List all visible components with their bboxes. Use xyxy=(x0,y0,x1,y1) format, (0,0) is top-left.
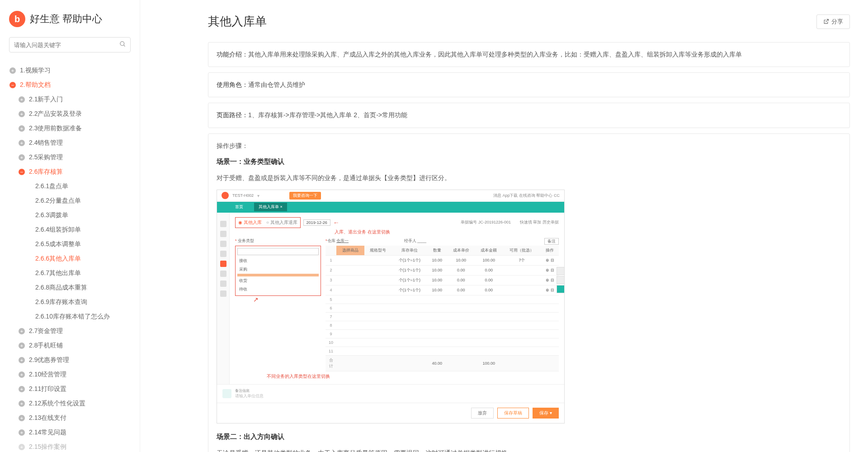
plus-icon: + xyxy=(9,67,16,74)
nav-2-7[interactable]: +2.7资金管理 xyxy=(9,324,131,338)
plus-icon: + xyxy=(18,429,25,436)
steps-title: 操作步骤： xyxy=(217,142,841,150)
path-label: 页面路径： xyxy=(217,111,248,119)
mock-annotation-1: 入库、退出业务 在这里切换 xyxy=(335,229,559,235)
plus-icon: + xyxy=(18,357,25,364)
mock-discard-btn: 放弃 xyxy=(471,408,494,419)
search-input[interactable] xyxy=(9,37,131,52)
mock-env-label: TEST-H002 xyxy=(232,193,254,198)
role-text: 通常由仓管人员维护 xyxy=(248,81,305,88)
scene1-text: 对于受赠、盘盈或是拆装入库等不同的业务，是通过单据头【业务类型】进行区分。 xyxy=(217,171,841,184)
steps-box: 操作步骤： 场景一：业务类型确认 对于受赠、盘盈或是拆装入库等不同的业务，是通过… xyxy=(208,133,850,452)
nav-2-6-7[interactable]: 2.6.7其他出库单 xyxy=(9,266,131,281)
nav-2-5[interactable]: +2.5采购管理 xyxy=(9,150,131,165)
mock-draft-btn: 保存草稿 xyxy=(497,408,529,419)
mock-remark-icon xyxy=(222,389,231,398)
nav-2-6-1[interactable]: 2.6.1盘点单 xyxy=(9,179,131,194)
nav-2-14[interactable]: +2.14常见问题 xyxy=(9,425,131,440)
nav-2-1[interactable]: +2.1新手入门 xyxy=(9,92,131,107)
search-icon[interactable] xyxy=(119,41,126,49)
nav-2-6-5[interactable]: 2.6.5成本调整单 xyxy=(9,237,131,252)
nav-2-8[interactable]: +2.8手机旺铺 xyxy=(9,338,131,353)
mock-active-module-icon xyxy=(220,261,226,267)
nav-2-6-6[interactable]: 2.6.6其他入库单 xyxy=(9,252,131,266)
mock-date-field: 2019-12-26 xyxy=(303,219,330,226)
nav-video-learning[interactable]: +1.视频学习 xyxy=(9,63,131,78)
plus-icon: + xyxy=(18,96,25,103)
search-wrap xyxy=(9,37,131,52)
path-text: 1、库存核算->库存管理->其他入库单 2、首页->常用功能 xyxy=(248,111,407,119)
plus-icon: + xyxy=(18,400,25,407)
role-box: 使用角色：通常由仓管人员维护 xyxy=(208,72,850,97)
scene2-text1: 无论是受赠，还是其他类型的业务，由于入库商品质量等原因，需要退回，这时可通过单据… xyxy=(217,447,841,452)
nav-2-6-3[interactable]: 2.6.3调拨单 xyxy=(9,208,131,223)
logo-icon: b xyxy=(9,11,25,27)
embedded-screenshot: TEST-H002 ▾ 我要咨询一下 消息 App下载 在线咨询 帮助中心 CC… xyxy=(217,190,565,423)
plus-icon: + xyxy=(18,385,25,393)
logo-row: b 好生意 帮助中心 xyxy=(9,11,131,27)
mock-grid: 选择商品 规格型号 库存单位 数量 成本单价 成本金额 可用（批选） 操作 xyxy=(326,246,559,371)
mock-tab-home: 首页 xyxy=(231,203,248,211)
nav-2-12[interactable]: +2.12系统个性化设置 xyxy=(9,396,131,411)
mock-biz-type-dropdown: 接收 采购 收货 待收 xyxy=(235,246,321,296)
plus-icon: + xyxy=(18,443,25,451)
scene2-title: 场景二：出入方向确认 xyxy=(217,433,841,441)
nav-2-2[interactable]: +2.2产品安装及登录 xyxy=(9,107,131,121)
main-content: 其他入库单 分享 功能介绍：其他入库单用来处理除采购入库、产成品入库之外的其他入… xyxy=(140,0,868,452)
nav-2-15[interactable]: +2.15操作案例 xyxy=(9,440,131,452)
intro-label: 功能介绍： xyxy=(217,51,248,58)
nav-tree: +1.视频学习 −2.帮助文档 +2.1新手入门 +2.2产品安装及登录 +2.… xyxy=(9,63,131,452)
nav-2-6-9[interactable]: 2.6.9库存账本查询 xyxy=(9,295,131,309)
plus-icon: + xyxy=(18,342,25,349)
nav-2-13[interactable]: +2.13在线支付 xyxy=(9,411,131,425)
mock-side-icons xyxy=(217,213,230,384)
scene1-title: 场景一：业务类型确认 xyxy=(217,157,841,166)
mock-right-tabs xyxy=(557,267,565,294)
logo-text: 好生意 帮助中心 xyxy=(30,12,102,26)
mock-logo-icon xyxy=(222,192,229,199)
mock-header-links: 消息 App下载 在线咨询 帮助中心 CC xyxy=(493,193,560,199)
nav-2-10[interactable]: +2.10经营管理 xyxy=(9,367,131,382)
share-label: 分享 xyxy=(831,18,843,26)
nav-2-6-8[interactable]: 2.6.8商品成本重算 xyxy=(9,281,131,295)
minus-icon: − xyxy=(18,168,25,176)
mock-save-btn: 保存 ▾ xyxy=(533,408,559,419)
mock-consult-btn: 我要咨询一下 xyxy=(289,192,321,200)
mock-tab-current: 其他入库单 × xyxy=(254,203,287,211)
role-label: 使用角色： xyxy=(217,81,248,88)
nav-2-9[interactable]: +2.9优惠券管理 xyxy=(9,353,131,367)
plus-icon: + xyxy=(18,110,25,118)
intro-box: 功能介绍：其他入库单用来处理除采购入库、产成品入库之外的其他入库业务，因此其他入… xyxy=(208,42,850,67)
nav-2-4[interactable]: +2.4销售管理 xyxy=(9,136,131,150)
plus-icon: + xyxy=(18,125,25,132)
nav-help-doc[interactable]: −2.帮助文档 xyxy=(9,78,131,92)
plus-icon: + xyxy=(18,328,25,335)
plus-icon: + xyxy=(18,414,25,422)
plus-icon: + xyxy=(18,139,25,147)
svg-line-1 xyxy=(123,45,125,46)
share-icon xyxy=(823,19,829,24)
path-box: 页面路径：1、库存核算->库存管理->其他入库单 2、首页->常用功能 xyxy=(208,103,850,128)
nav-2-6[interactable]: −2.6库存核算 xyxy=(9,165,131,179)
nav-2-6-10[interactable]: 2.6.10库存账本错了怎么办 xyxy=(9,309,131,324)
page-title: 其他入库单 xyxy=(208,14,267,29)
intro-text: 其他入库单用来处理除采购入库、产成品入库之外的其他入库业务，因此其他入库单可处理… xyxy=(248,51,742,58)
svg-point-0 xyxy=(120,42,124,46)
mock-doc-type-toggle: ◉ 其他入库 ○ 其他入库退库 xyxy=(235,217,301,228)
nav-2-3[interactable]: +2.3使用前数据准备 xyxy=(9,121,131,136)
minus-icon: − xyxy=(9,81,16,89)
nav-2-6-4[interactable]: 2.6.4组装拆卸单 xyxy=(9,223,131,237)
share-button[interactable]: 分享 xyxy=(816,14,850,29)
nav-2-6-2[interactable]: 2.6.2分量盘点单 xyxy=(9,194,131,208)
plus-icon: + xyxy=(18,154,25,161)
nav-2-11[interactable]: +2.11打印设置 xyxy=(9,382,131,396)
plus-icon: + xyxy=(18,371,25,378)
mock-annotation-2: 不同业务的入库类型在这里切换 xyxy=(267,373,559,380)
sidebar: b 好生意 帮助中心 +1.视频学习 −2.帮助文档 +2.1新手入门 +2.2… xyxy=(0,0,140,452)
